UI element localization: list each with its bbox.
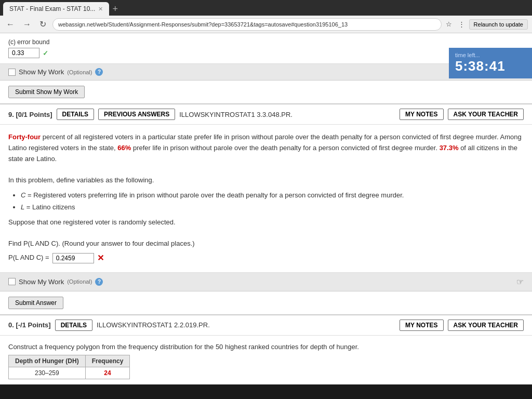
question9-ask-teacher-button[interactable]: ASK YOUR TEACHER: [448, 109, 524, 120]
var-l-item: L = Latino citizens: [21, 202, 524, 213]
page-content: (c) error bound ✓ Show My Work (Optional…: [0, 33, 532, 384]
forward-button[interactable]: →: [21, 19, 33, 30]
question0-id: ILLOWSKYINTROSTAT1 2.2.019.PR.: [97, 321, 395, 329]
help-icon-1[interactable]: ?: [95, 68, 103, 76]
question9-prob-input[interactable]: [52, 253, 94, 263]
question9-find: Find P(L AND C). (Round your answer to f…: [8, 238, 524, 249]
cursor-icon: ☞: [516, 277, 524, 287]
question0-ask-teacher-button[interactable]: ASK YOUR TEACHER: [448, 320, 524, 331]
freq-table-row1: 230–259 24: [9, 367, 130, 379]
var-l-text: Latino citizens: [32, 203, 75, 211]
optional-label-1: (Optional): [67, 69, 92, 75]
question9-body: Forty-four percent of all registered vot…: [0, 125, 532, 273]
address-bar: ← → ↻ ☆ ⋮ Relaunch to update: [0, 16, 532, 33]
question9-var-list: C = Registered voters preferring life in…: [21, 190, 524, 213]
url-input[interactable]: [52, 18, 442, 31]
timer-section: time left... 5:38:41: [449, 48, 532, 78]
error-input-row: ✓: [8, 48, 524, 58]
question9-paragraph1: Forty-four percent of all registered vot…: [8, 132, 524, 164]
submit-show-work-button[interactable]: Submit Show My Work: [8, 86, 85, 98]
error-label: (c) error bound: [8, 38, 524, 46]
question9-highlight-373: 37.3%: [440, 144, 459, 152]
question9-wrong-icon: ✕: [97, 251, 104, 265]
show-work-label-2: Show My Work: [19, 278, 64, 286]
tab-bar: STAT - Final Exam - STAT 10... ✕ +: [0, 0, 532, 16]
question9-highlight-44: Forty-four: [8, 133, 41, 141]
question9-suppose: Suppose that one registered voter is ran…: [8, 217, 524, 228]
question0-text: Construct a frequency polygon from the f…: [8, 343, 524, 351]
question0-body: Construct a frequency polygon from the f…: [0, 336, 532, 384]
question9-text2: prefer life in prison without parole ove…: [133, 144, 440, 152]
freq-table-col1: Depth of Hunger (DH): [9, 355, 86, 367]
question9-answer-row: P(L AND C) = ✕: [8, 251, 524, 265]
timer-label: time left...: [455, 52, 526, 58]
freq-val-1: 24: [85, 367, 130, 379]
error-input[interactable]: [8, 48, 39, 58]
tab-title: STAT - Final Exam - STAT 10...: [9, 5, 95, 12]
question9-prev-answers-button[interactable]: PREVIOUS ANSWERS: [98, 109, 175, 120]
relaunch-button[interactable]: Relaunch to update: [469, 19, 528, 30]
question9-highlight-66: 66%: [117, 144, 131, 152]
submit-answer-button[interactable]: Submit Answer: [8, 297, 63, 309]
question0-details-button[interactable]: DETAILS: [55, 320, 92, 331]
new-tab-icon[interactable]: +: [112, 2, 118, 16]
show-work-label-1: Show My Work: [19, 68, 64, 76]
show-work-checkbox-1[interactable]: [8, 69, 16, 76]
question9-prob-label: P(L AND C) =: [8, 252, 49, 263]
question0-number: 0. [-/1 Points]: [8, 321, 51, 329]
var-c-item: C = Registered voters preferring life in…: [21, 190, 524, 201]
submit-show-work-section: Submit Show My Work: [0, 81, 532, 104]
question9-id: ILLOWSKYINTROSTAT1 3.3.048.PR.: [179, 111, 395, 118]
question9-number: 9. [0/1 Points]: [8, 111, 52, 118]
refresh-button[interactable]: ↻: [37, 18, 48, 30]
frequency-table: Depth of Hunger (DH) Frequency 230–259 2…: [8, 355, 130, 379]
question9-define: In this problem, define variables as the…: [8, 175, 524, 186]
submit-answer-section: Submit Answer: [0, 291, 532, 315]
question9-find-text: Find P(L AND C). (Round your answer to f…: [8, 240, 195, 247]
optional-label-2: (Optional): [67, 278, 92, 285]
tab-close-icon[interactable]: ✕: [98, 6, 103, 12]
freq-range-1: 230–259: [9, 367, 86, 379]
question0-my-notes-button[interactable]: MY NOTES: [400, 320, 443, 331]
help-icon-2[interactable]: ?: [95, 278, 103, 286]
var-c-text: Registered voters preferring life in pri…: [33, 191, 404, 199]
freq-table-col2: Frequency: [85, 355, 130, 367]
back-button[interactable]: ←: [4, 19, 17, 30]
menu-icon: ⋮: [458, 20, 465, 28]
show-work-section-2: Show My Work (Optional) ? ☞: [0, 273, 532, 291]
show-work-2-left: Show My Work (Optional) ?: [8, 278, 103, 286]
question9-details-button[interactable]: DETAILS: [57, 109, 94, 120]
correct-checkmark-icon: ✓: [43, 49, 48, 57]
show-work-checkbox-2[interactable]: [8, 278, 16, 285]
question9-header: 9. [0/1 Points] DETAILS PREVIOUS ANSWERS…: [0, 104, 532, 125]
active-tab[interactable]: STAT - Final Exam - STAT 10... ✕: [3, 2, 109, 16]
question0-header: 0. [-/1 Points] DETAILS ILLOWSKYINTROSTA…: [0, 315, 532, 336]
timer-value: 5:38:41: [455, 58, 526, 74]
bookmark-icon: ☆: [446, 20, 452, 28]
question9-my-notes-button[interactable]: MY NOTES: [400, 109, 443, 120]
